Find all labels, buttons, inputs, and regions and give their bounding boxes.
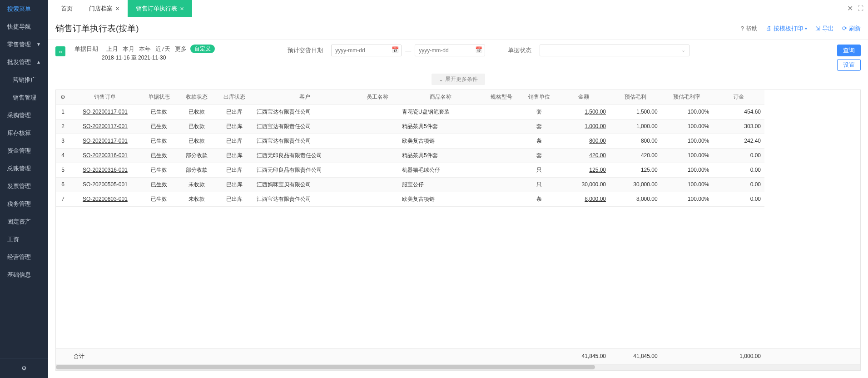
doc-date-value: 2018-11-16 至 2021-11-30 <box>102 54 215 62</box>
fullscreen-icon[interactable]: ⛶ <box>858 5 863 12</box>
amount-link[interactable]: 800.00 <box>558 134 610 148</box>
scrollbar-thumb[interactable] <box>56 365 595 369</box>
tab[interactable]: 销售订单执行表✕ <box>128 0 192 17</box>
export-icon: ⇲ <box>815 25 820 32</box>
gear-icon: ⚙ <box>21 365 27 372</box>
sidebar-item[interactable]: 工资 <box>0 230 48 248</box>
chevron-icon: ▲ <box>36 60 41 65</box>
chevron-down-icon: ⌄ <box>439 76 443 83</box>
order-link[interactable]: SO-20200117-001 <box>70 119 140 134</box>
sidebar-item[interactable]: 税务管理 <box>0 195 48 213</box>
chevron-icon: ▼ <box>36 42 41 47</box>
horizontal-scrollbar[interactable] <box>55 364 861 371</box>
table-row[interactable]: 3SO-20200117-001已生效已收款已出库江西宝达有限责任公司欧美复古项… <box>56 134 764 148</box>
sidebar-settings-button[interactable]: ⚙ <box>0 358 48 378</box>
amount-link[interactable]: 420.00 <box>558 148 610 163</box>
order-link[interactable]: SO-20200316-001 <box>70 163 140 177</box>
delivery-date-from-input[interactable] <box>331 45 402 56</box>
table-row[interactable]: 6SO-20200505-001已生效未收款已出库江西妈咪宝贝有限公司服宝公仔只… <box>56 177 764 192</box>
delivery-date-to-input[interactable] <box>415 45 485 56</box>
table-row[interactable]: 5SO-20200316-001已生效部分收款已出库江西无印良品有限责任公司机器… <box>56 163 764 177</box>
sidebar-item-label: 税务管理 <box>7 200 31 208</box>
table-row[interactable]: 1SO-20200117-001已生效已收款已出库江西宝达有限责任公司青花瓷U盘… <box>56 104 764 119</box>
amount-link[interactable]: 1,500.00 <box>558 104 610 119</box>
table-row[interactable]: 7SO-20200603-001已生效未收款已出库江西宝达有限责任公司欧美复古项… <box>56 192 764 206</box>
column-header[interactable]: 订金 <box>713 90 764 104</box>
status-select[interactable]: ⌄ <box>540 45 689 56</box>
tab-bar: 首页门店档案✕销售订单执行表✕ ✕ ⛶ <box>48 0 868 17</box>
help-button[interactable]: ?帮助 <box>741 25 758 33</box>
custom-range-pill[interactable]: 自定义 <box>190 45 215 53</box>
sidebar-item[interactable]: 批发管理▲ <box>0 53 48 71</box>
order-link[interactable]: SO-20200117-001 <box>70 134 140 148</box>
column-header[interactable]: 商品名称 <box>398 90 483 104</box>
query-button[interactable]: 查询 <box>837 45 861 56</box>
totals-row: 合计41,845.0041,845.001,000.00 <box>55 348 861 364</box>
settings-button[interactable]: 设置 <box>837 59 861 71</box>
tab[interactable]: 门店档案✕ <box>81 0 128 17</box>
close-all-tabs-icon[interactable]: ✕ <box>847 4 853 13</box>
sidebar-item-label: 经营管理 <box>7 253 31 261</box>
amount-link[interactable]: 30,000.00 <box>558 177 610 192</box>
refresh-button[interactable]: ⟳刷新 <box>842 25 861 33</box>
sidebar: 搜索菜单 快捷导航零售管理▼批发管理▲营销推广销售管理采购管理库存核算资金管理总… <box>0 0 48 378</box>
date-range-link[interactable]: 更多 <box>175 45 187 53</box>
column-header[interactable]: ⚙ <box>56 90 70 104</box>
sidebar-item[interactable]: 零售管理▼ <box>0 35 48 53</box>
order-link[interactable]: SO-20200316-001 <box>70 148 140 163</box>
date-range-link[interactable]: 本年 <box>139 45 151 53</box>
date-range-link[interactable]: 上月 <box>106 45 118 53</box>
amount-link[interactable]: 8,000.00 <box>558 192 610 206</box>
order-link[interactable]: SO-20200505-001 <box>70 177 140 192</box>
sidebar-item[interactable]: 库存核算 <box>0 124 48 142</box>
export-button[interactable]: ⇲导出 <box>815 25 834 33</box>
close-icon[interactable]: ✕ <box>180 6 184 12</box>
column-header[interactable]: 收款状态 <box>178 90 216 104</box>
amount-link[interactable]: 1,000.00 <box>558 119 610 134</box>
table-row[interactable]: 4SO-20200316-001已生效部分收款已出库江西无印良品有限责任公司精品… <box>56 148 764 163</box>
sidebar-item-label: 快捷导航 <box>7 23 31 31</box>
sidebar-item-label: 批发管理 <box>7 58 31 66</box>
sidebar-item[interactable]: 总账管理 <box>0 159 48 177</box>
calendar-icon[interactable]: 📅 <box>392 46 399 53</box>
column-header[interactable]: 员工名称 <box>356 90 398 104</box>
sidebar-item[interactable]: 发票管理 <box>0 177 48 195</box>
amount-link[interactable]: 125.00 <box>558 163 610 177</box>
order-link[interactable]: SO-20200117-001 <box>70 104 140 119</box>
sidebar-item[interactable]: 基础信息 <box>0 266 48 284</box>
gear-icon[interactable]: ⚙ <box>60 94 65 100</box>
date-range-link[interactable]: 本月 <box>123 45 134 53</box>
tab-label: 首页 <box>61 5 73 13</box>
print-button[interactable]: 🖨按模板打印▾ <box>766 25 807 33</box>
sidebar-subitem[interactable]: 销售管理 <box>0 89 48 106</box>
print-icon: 🖨 <box>766 25 772 32</box>
column-header[interactable]: 金额 <box>558 90 610 104</box>
calendar-icon[interactable]: 📅 <box>475 46 482 53</box>
order-link[interactable]: SO-20200603-001 <box>70 192 140 206</box>
sidebar-item[interactable]: 采购管理 <box>0 106 48 124</box>
data-table: ⚙销售订单单据状态收款状态出库状态客户员工名称商品名称规格型号销售单位金额预估毛… <box>56 90 764 207</box>
tab[interactable]: 首页 <box>53 0 81 17</box>
sidebar-item-label: 固定资产 <box>7 218 31 226</box>
column-header[interactable]: 出库状态 <box>215 90 253 104</box>
column-header[interactable]: 客户 <box>253 90 356 104</box>
column-header[interactable]: 预估毛利率 <box>661 90 713 104</box>
date-range-link[interactable]: 近7天 <box>155 45 170 53</box>
column-header[interactable]: 预估毛利 <box>610 90 661 104</box>
sidebar-item[interactable]: 固定资产 <box>0 213 48 230</box>
column-header[interactable]: 销售订单 <box>70 90 140 104</box>
table-row[interactable]: 2SO-20200117-001已生效已收款已出库江西宝达有限责任公司精品茶具5… <box>56 119 764 134</box>
sidebar-search[interactable]: 搜索菜单 <box>0 0 48 18</box>
sidebar-item[interactable]: 资金管理 <box>0 142 48 159</box>
expand-filters-button[interactable]: ⌄展开更多条件 <box>432 74 485 85</box>
sidebar-item[interactable]: 快捷导航 <box>0 18 48 35</box>
column-header[interactable]: 规格型号 <box>483 90 521 104</box>
column-header[interactable]: 单据状态 <box>140 90 178 104</box>
sidebar-item[interactable]: 经营管理 <box>0 248 48 266</box>
sidebar-item-label: 工资 <box>7 235 19 244</box>
sidebar-item-label: 发票管理 <box>7 182 31 190</box>
sidebar-subitem[interactable]: 营销推广 <box>0 71 48 89</box>
close-icon[interactable]: ✕ <box>115 6 119 12</box>
collapse-filter-button[interactable]: » <box>55 46 65 56</box>
column-header[interactable]: 销售单位 <box>521 90 558 104</box>
